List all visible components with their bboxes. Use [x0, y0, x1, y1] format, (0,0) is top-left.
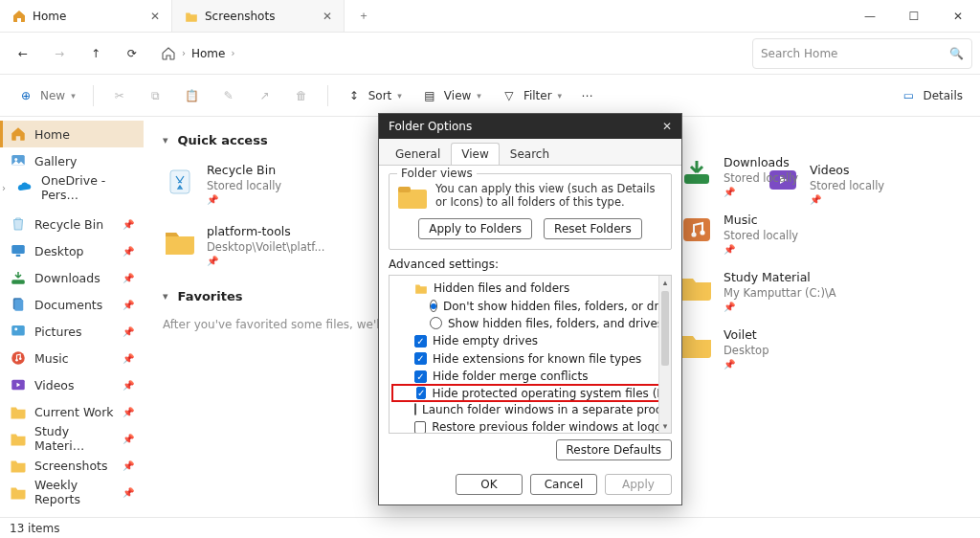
details-button[interactable]: ▭ Details	[892, 80, 970, 111]
sort-button[interactable]: ↕ Sort ▾	[338, 80, 410, 111]
maximize-button[interactable]: ☐	[892, 0, 936, 32]
dialog-titlebar[interactable]: Folder Options ✕	[379, 114, 681, 139]
dialog-tabs: General View Search	[379, 139, 681, 166]
rename-button[interactable]: ✎	[212, 80, 245, 111]
radio[interactable]	[430, 300, 437, 312]
close-button[interactable]: ✕	[936, 0, 980, 32]
tab-home[interactable]: Home ✕	[0, 0, 172, 32]
tab-general[interactable]: General	[385, 143, 451, 165]
sidebar-item-home[interactable]: Home	[0, 121, 144, 147]
up-button[interactable]: ↑	[80, 38, 111, 69]
setting-row[interactable]: ✓Hide protected operating system files (…	[391, 384, 669, 401]
dialog-close-button[interactable]: ✕	[662, 120, 672, 133]
checkbox[interactable]: ✓	[414, 370, 427, 383]
scroll-up-icon[interactable]: ▴	[659, 276, 671, 289]
cut-button[interactable]: ✂	[103, 80, 136, 111]
setting-row[interactable]: ✓Hide empty drives	[391, 332, 669, 349]
downloads-icon	[10, 269, 27, 286]
tile-study-material[interactable]: Study MaterialMy Kamputtar (C:)\A📌	[679, 270, 866, 314]
restore-defaults-button[interactable]: Restore Defaults	[556, 439, 672, 460]
copy-button[interactable]: ⧉	[140, 80, 172, 111]
forward-button[interactable]: →	[44, 38, 75, 69]
tile-sub: Desktop	[724, 344, 768, 359]
svg-point-21	[691, 232, 696, 236]
search-placeholder: Search Home	[761, 47, 837, 60]
details-icon: ▭	[900, 87, 917, 104]
setting-label: Restore previous folder windows at logon	[432, 420, 669, 434]
more-button[interactable]: ⋯	[573, 80, 600, 111]
sidebar-item-recycle[interactable]: Recycle Bin📌	[0, 211, 144, 237]
tile-name: platform-tools	[207, 224, 324, 240]
pin-icon: 📌	[122, 487, 134, 498]
setting-row[interactable]: ✓Hide folder merge conflicts	[391, 368, 669, 385]
sidebar-item-gallery[interactable]: Gallery	[0, 147, 144, 174]
sidebar: HomeGallery›OneDrive - Pers…Recycle Bin📌…	[0, 117, 144, 517]
sidebar-item-currentwork[interactable]: Current Work📌	[0, 398, 144, 425]
cancel-button[interactable]: Cancel	[530, 474, 597, 495]
view-button[interactable]: ▤ View ▾	[413, 80, 489, 111]
reset-folders-button[interactable]: Reset Folders	[544, 218, 642, 239]
documents-icon	[10, 296, 27, 313]
sidebar-item-desktop[interactable]: Desktop📌	[0, 237, 144, 264]
setting-row[interactable]: ✓Hide extensions for known file types	[391, 350, 669, 368]
scroll-down-icon[interactable]: ▾	[659, 419, 671, 433]
tab-view[interactable]: View	[451, 143, 499, 165]
minimize-button[interactable]: —	[848, 0, 892, 32]
tile-recycle-bin[interactable]: Recycle BinStored locally📌	[163, 163, 349, 207]
sidebar-item-label: OneDrive - Pers…	[41, 173, 134, 202]
scrollbar[interactable]: ▴ ▾	[658, 276, 671, 433]
apply-to-folders-button[interactable]: Apply to Folders	[418, 218, 532, 239]
share-button[interactable]: ↗	[249, 80, 281, 111]
checkbox[interactable]: ✓	[416, 387, 426, 399]
setting-row[interactable]: Launch folder windows in a separate proc…	[391, 401, 669, 418]
sidebar-item-label: Home	[34, 127, 70, 142]
sidebar-item-music[interactable]: Music📌	[0, 345, 144, 371]
breadcrumb[interactable]: › Home ›	[153, 38, 746, 69]
tab-close[interactable]: ✕	[323, 10, 332, 23]
checkbox[interactable]: ✓	[414, 335, 427, 347]
delete-button[interactable]: 🗑	[285, 80, 318, 111]
sidebar-item-pictures[interactable]: Pictures📌	[0, 318, 144, 345]
tab-search[interactable]: Search	[500, 143, 560, 165]
setting-row[interactable]: Don't show hidden files, folders, or dri…	[391, 297, 669, 314]
filter-button[interactable]: ▽ Filter ▾	[493, 80, 569, 111]
sidebar-item-videos[interactable]: Videos📌	[0, 371, 144, 398]
tab-screenshots[interactable]: Screenshots ✕	[172, 0, 345, 32]
advanced-settings-list[interactable]: Hidden files and foldersDon't show hidde…	[389, 275, 672, 434]
tile-music[interactable]: MusicStored locally📌	[679, 213, 866, 257]
setting-row[interactable]: Restore previous folder windows at logon	[391, 418, 669, 434]
svg-rect-20	[683, 218, 710, 241]
tile-downloads[interactable]: DownloadsStored locally📌	[679, 155, 866, 199]
chevron-down-icon: ▾	[163, 290, 168, 303]
titlebar: Home ✕ Screenshots ✕ ＋ — ☐ ✕	[0, 0, 980, 33]
setting-label: Hide folder merge conflicts	[433, 370, 588, 383]
refresh-button[interactable]: ⟳	[117, 38, 147, 69]
radio[interactable]	[430, 317, 442, 329]
checkbox[interactable]	[414, 421, 426, 434]
sidebar-item-downloads[interactable]: Downloads📌	[0, 264, 144, 291]
new-button[interactable]: ⊕ New ▾	[10, 80, 83, 111]
sidebar-item-studymaterial[interactable]: Study Materi…📌	[0, 425, 144, 452]
breadcrumb-item[interactable]: Home	[191, 47, 225, 60]
sidebar-item-weeklyreports[interactable]: Weekly Reports📌	[0, 479, 144, 505]
tile-platform-tools[interactable]: platform-toolsDesktop\Voilet\platf...📌	[163, 224, 349, 268]
sidebar-item-screenshots[interactable]: Screenshots📌	[0, 452, 144, 479]
sidebar-item-label: Desktop	[34, 244, 84, 258]
apply-button[interactable]: Apply	[605, 474, 672, 495]
tile-voilet[interactable]: VoiletDesktop📌	[679, 327, 866, 371]
scroll-thumb[interactable]	[661, 291, 669, 366]
trash-icon: 🗑	[293, 87, 310, 104]
sidebar-item-documents[interactable]: Documents📌	[0, 291, 144, 318]
checkbox[interactable]	[414, 403, 416, 415]
checkbox[interactable]: ✓	[414, 352, 427, 365]
sidebar-item-onedrive[interactable]: ›OneDrive - Pers…	[0, 174, 144, 201]
tab-close[interactable]: ✕	[150, 10, 160, 23]
paste-button[interactable]: 📋	[176, 80, 209, 111]
search-input[interactable]: Search Home 🔍	[752, 38, 972, 69]
back-button[interactable]: ←	[8, 38, 38, 69]
pin-icon: 📌	[122, 407, 134, 417]
ok-button[interactable]: OK	[456, 474, 523, 495]
setting-row[interactable]: Show hidden files, folders, and drives	[391, 315, 669, 332]
setting-row[interactable]: Hidden files and folders	[391, 280, 669, 297]
new-tab-button[interactable]: ＋	[345, 0, 383, 32]
